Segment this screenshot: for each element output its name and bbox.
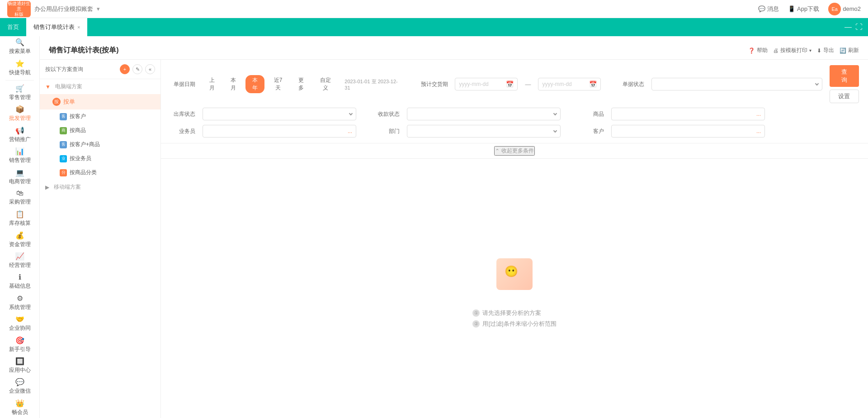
print-icon: 🖨 — [773, 48, 778, 54]
sidebar-item-wholesale[interactable]: 📦 批发管理 — [0, 103, 39, 124]
customer-ellipsis-icon[interactable]: ... — [756, 128, 761, 134]
shortcut-last-month[interactable]: 上月 — [203, 75, 222, 93]
window-maximize-button[interactable]: ⛶ — [855, 23, 863, 31]
member-icon: 👑 — [15, 399, 24, 408]
salesperson-label: 业务员 — [170, 128, 195, 135]
user-avatar: Ea — [828, 3, 841, 15]
sidebar-item-sales[interactable]: 📊 销售管理 — [0, 145, 39, 166]
help-icon: ❓ — [748, 48, 755, 54]
collapse-more-button[interactable]: ⌃ 收起更多条件 — [494, 146, 535, 156]
shortcut-last-7-days[interactable]: 近7天 — [267, 75, 289, 93]
empty-tip-1: ① 请先选择要分析的方案 — [472, 309, 556, 317]
app-download-button[interactable]: 📱 App下载 — [788, 5, 819, 13]
customer-select[interactable]: ... — [611, 125, 765, 138]
help-button[interactable]: ❓ 帮助 — [748, 47, 768, 54]
tab-close-button[interactable]: × — [77, 24, 80, 30]
payment-status-chevron-icon — [553, 112, 557, 115]
shortcut-this-year[interactable]: 本年 — [245, 75, 264, 93]
sidebar-item-finance[interactable]: 💰 资金管理 — [0, 229, 39, 250]
date-label: 单据日期 — [170, 81, 195, 88]
export-button[interactable]: ⬇ 导出 — [817, 47, 834, 54]
user-profile[interactable]: Ea demo2 — [828, 3, 861, 15]
date-range-text: 2023-01-01 至 2023-12-31 — [344, 78, 403, 90]
wechat-work-icon: 💬 — [15, 378, 24, 386]
sidebar-item-system[interactable]: ⚙ 系统管理 — [0, 292, 39, 313]
tree-group-mobile: ▶ 移动端方案 — [40, 180, 160, 195]
print-button[interactable]: 🖨 按模板打印 ▾ — [773, 47, 811, 54]
by-order-icon: 按 — [52, 98, 61, 106]
window-minimize-button[interactable]: — — [844, 23, 852, 31]
sidebar-item-tutorial[interactable]: 🎯 新手引导 — [0, 334, 39, 355]
delivery-status-select[interactable] — [203, 108, 356, 120]
goods-select[interactable]: ... — [611, 108, 765, 120]
tab-sales-order-stats[interactable]: 销售订单统计表 × — [26, 18, 87, 36]
refresh-button[interactable]: 🔄 刷新 — [840, 47, 859, 54]
tree-item-by-customer-goods[interactable]: 客 按客户+商品 — [54, 138, 160, 152]
tree-item-by-customer[interactable]: 客 按客户 — [54, 109, 160, 124]
goods-label: 商品 — [579, 110, 604, 118]
calendar-start-icon: 📅 — [506, 81, 514, 88]
edit-scheme-button[interactable]: ✎ — [132, 64, 142, 74]
payment-status-select[interactable] — [407, 108, 561, 120]
sales-icon: 📊 — [15, 147, 24, 156]
collapse-bar: ⌃ 收起更多条件 — [161, 143, 868, 159]
sidebar-item-operations[interactable]: 📈 经营管理 — [0, 250, 39, 271]
sidebar-item-member[interactable]: 👑 畅会员 — [0, 397, 39, 418]
sidebar-item-enterprise[interactable]: 🤝 企业协同 — [0, 313, 39, 334]
print-dropdown-arrow[interactable]: ▾ — [809, 48, 811, 53]
app-name: 办公用品行业模拟账套 — [34, 5, 93, 13]
tab-bar: 首页 销售订单统计表 × — ⛶ — [0, 18, 868, 36]
department-select[interactable] — [407, 125, 561, 138]
salesperson-ellipsis-icon[interactable]: ... — [348, 128, 352, 134]
app-dropdown-arrow[interactable]: ▾ — [97, 5, 100, 12]
expected-date-start[interactable]: yyyy-mm-dd 📅 — [455, 78, 518, 90]
tip-num-1: ① — [472, 309, 480, 317]
tip-num-2: ② — [472, 320, 480, 328]
query-button[interactable]: 查询 — [830, 65, 859, 87]
goods-ellipsis-icon[interactable]: ... — [756, 111, 761, 117]
sidebar-item-basic-info[interactable]: ℹ 基础信息 — [0, 271, 39, 292]
finance-icon: 💰 — [15, 231, 24, 240]
basic-info-icon: ℹ — [19, 273, 21, 281]
query-buttons: 查询 设置 — [830, 65, 859, 103]
sidebar-item-inventory[interactable]: 📋 库存核算 — [0, 208, 39, 229]
right-content: 单据日期 上月 本月 本年 近7天 更多 自定义 2023-01-01 至 20… — [161, 60, 868, 418]
sidebar-item-ecommerce[interactable]: 💻 电商管理 — [0, 166, 39, 187]
sidebar-item-app-center[interactable]: 🔲 应用中心 — [0, 355, 39, 376]
sidebar-divider-1 — [5, 80, 34, 81]
tree-item-by-goods[interactable]: 商 按商品 — [54, 124, 160, 138]
expected-date-end[interactable]: yyyy-mm-dd 📅 — [538, 78, 601, 90]
system-icon: ⚙ — [17, 294, 23, 303]
department-chevron-icon — [553, 129, 557, 133]
top-bar: 畅捷通好生意 标版 办公用品行业模拟账套 ▾ 💬 消息 📱 App下载 Ea d… — [0, 0, 868, 18]
shortcut-this-month[interactable]: 本月 — [224, 75, 243, 93]
tab-home[interactable]: 首页 — [0, 18, 26, 36]
filter-row-2: 出库状态 收款状态 商品 ... — [170, 108, 859, 120]
filter-row-1: 单据日期 上月 本月 本年 近7天 更多 自定义 2023-01-01 至 20… — [170, 65, 859, 103]
sidebar-item-search[interactable]: 🔍 搜索菜单 — [0, 36, 39, 57]
tree-item-by-goods-category[interactable]: 分 按商品分类 — [54, 166, 160, 180]
sidebar-item-retail[interactable]: 🛒 零售管理 — [0, 82, 39, 103]
shortcut-more[interactable]: 更多 — [292, 75, 311, 93]
retail-icon: 🛒 — [15, 84, 24, 93]
tree-children-desktop: 客 按客户 商 按商品 客 按客户+商品 业 按业务员 — [40, 109, 160, 180]
tree-item-by-salesperson[interactable]: 业 按业务员 — [54, 152, 160, 166]
sidebar-item-purchase[interactable]: 🛍 采购管理 — [0, 187, 39, 208]
purchase-icon: 🛍 — [16, 189, 24, 197]
settings-button[interactable]: 设置 — [830, 90, 859, 103]
message-button[interactable]: 💬 消息 — [758, 5, 779, 13]
order-status-select[interactable] — [651, 78, 822, 90]
top-bar-left: 畅捷通好生意 标版 办公用品行业模拟账套 ▾ — [7, 1, 100, 17]
salesperson-select[interactable]: ... — [203, 125, 356, 138]
sidebar-item-marketing[interactable]: 📢 营销推广 — [0, 124, 39, 145]
department-label: 部门 — [374, 128, 400, 135]
empty-tips: ① 请先选择要分析的方案 ② 用[过滤]条件来缩小分析范围 — [472, 309, 556, 328]
sidebar-item-wechat-work[interactable]: 💬 企业微信 — [0, 376, 39, 397]
sidebar-item-shortcuts[interactable]: ⭐ 快捷导航 — [0, 57, 39, 78]
tree-item-by-order[interactable]: 按 按单 — [40, 94, 160, 109]
add-scheme-button[interactable]: + — [120, 64, 130, 74]
expand-arrow-mobile-icon: ▶ — [45, 184, 49, 190]
page-header: 销售订单统计表(按单) ❓ 帮助 🖨 按模板打印 ▾ ⬇ 导出 🔄 刷新 — [40, 36, 868, 60]
shortcut-custom[interactable]: 自定义 — [313, 75, 337, 93]
collapse-panel-button[interactable]: « — [145, 64, 155, 74]
